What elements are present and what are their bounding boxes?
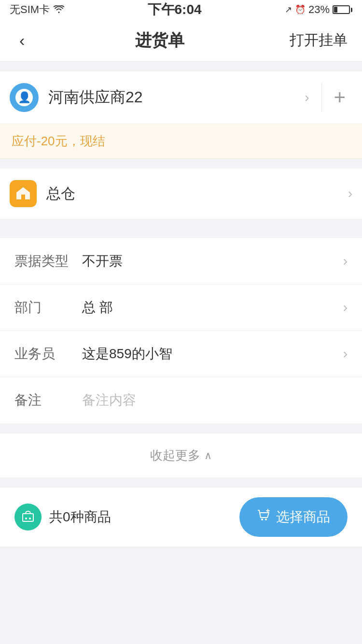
battery-percent: 23% [308,3,330,16]
status-time: 下午6:04 [148,0,202,19]
svg-point-5 [265,518,267,520]
invoice-type-row[interactable]: 票据类型 不开票 › [0,238,362,284]
department-label: 部门 [14,298,82,317]
supplier-name: 河南供应商22 [48,87,305,108]
remark-row[interactable]: 备注 备注内容 [0,377,362,423]
form-section: 票据类型 不开票 › 部门 总 部 › 业务员 这是859的小智 › 备注 备注… [0,238,362,423]
notice-bar: 应付-20元，现结 [0,124,362,159]
product-count-wrap: 共0种商品 [14,504,111,531]
cart-icon [257,509,270,526]
vertical-divider [321,83,322,112]
product-count-text: 共0种商品 [49,508,111,526]
supplier-row[interactable]: 👤 河南供应商22 › [10,71,317,124]
status-left: 无SIM卡 [10,2,64,17]
salesperson-label: 业务员 [14,345,82,363]
open-pending-button[interactable]: 打开挂单 [290,30,348,50]
remark-placeholder: 备注内容 [82,391,348,409]
department-value: 总 部 [82,298,343,317]
status-right: ↗ ⏰ 23% [285,3,352,16]
collapse-icon: ∧ [204,449,212,462]
page-title: 进货单 [135,29,184,52]
carrier-label: 无SIM卡 [10,2,50,17]
collapse-button[interactable]: 收起更多 ∧ [0,433,362,477]
supplier-avatar: 👤 [10,83,39,112]
section-gap-1 [0,62,362,71]
notice-text: 应付-20元，现结 [12,134,105,148]
status-bar: 无SIM卡 下午6:04 ↗ ⏰ 23% [0,0,362,19]
svg-point-3 [29,518,31,519]
battery-indicator [333,5,352,14]
back-button[interactable]: ‹ [14,26,29,55]
avatar-inner: 👤 [15,89,33,106]
add-supplier-button[interactable]: + [327,81,352,114]
warehouse-icon [10,180,37,207]
remark-label: 备注 [14,391,82,409]
invoice-type-value: 不开票 [82,252,343,270]
department-row[interactable]: 部门 总 部 › [0,284,362,331]
warehouse-chevron-icon: › [348,186,352,201]
supplier-chevron-icon: › [305,90,309,105]
select-product-label: 选择商品 [276,508,330,526]
warehouse-label: 总仓 [46,184,348,204]
salesperson-chevron-icon: › [343,346,348,362]
nav-bar: ‹ 进货单 打开挂单 [0,19,362,62]
supplier-section: 👤 河南供应商22 › + [0,71,362,124]
svg-point-4 [261,518,263,520]
alarm-icon: ⏰ [295,4,306,15]
svg-rect-0 [21,195,25,199]
product-icon [14,504,42,531]
location-icon: ↗ [285,4,292,15]
salesperson-row[interactable]: 业务员 这是859的小智 › [0,331,362,377]
invoice-type-label: 票据类型 [14,252,82,270]
salesperson-value: 这是859的小智 [82,345,343,363]
person-icon: 👤 [18,91,31,104]
svg-rect-1 [23,514,33,521]
wifi-icon [54,3,64,16]
warehouse-section[interactable]: 总仓 › [0,168,362,219]
collapse-label: 收起更多 [150,447,200,464]
bottom-bar: 共0种商品 选择商品 [0,487,362,546]
main-content: 👤 河南供应商22 › + 应付-20元，现结 总仓 › 票据类型 [0,62,362,644]
svg-point-2 [25,518,27,519]
select-product-button[interactable]: 选择商品 [239,497,348,537]
invoice-type-chevron-icon: › [343,253,348,269]
section-gap-2 [0,159,362,168]
department-chevron-icon: › [343,300,348,315]
section-gap-3 [0,219,362,228]
